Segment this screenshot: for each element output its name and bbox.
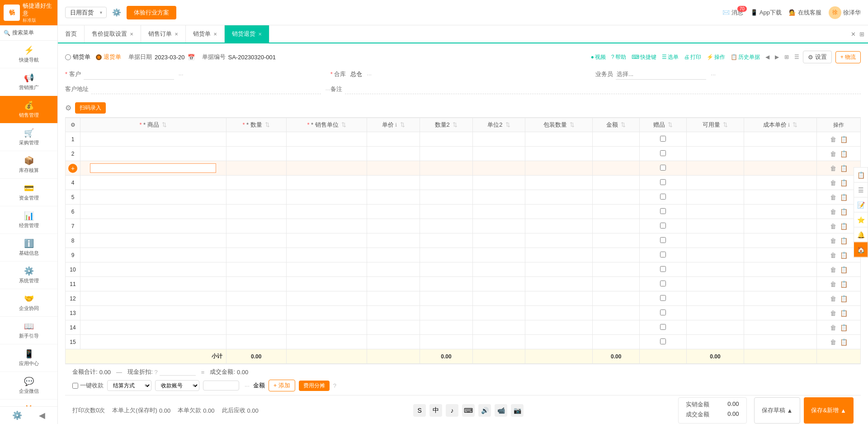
icon-7[interactable]: 📷 bbox=[511, 404, 524, 417]
row-2-gift[interactable] bbox=[640, 147, 687, 161]
discount-input[interactable] bbox=[160, 368, 196, 376]
gift-sort-icon[interactable]: ⇅ bbox=[668, 121, 673, 128]
radio-sales-bill[interactable]: 销货单 bbox=[65, 53, 90, 61]
salesperson-lookup-icon[interactable]: ··· bbox=[711, 71, 716, 78]
available-sort-icon[interactable]: ⇅ bbox=[723, 121, 728, 128]
price-info-icon[interactable]: ℹ bbox=[395, 122, 397, 128]
row-2-copy-btn[interactable]: 📋 bbox=[839, 149, 849, 158]
address-input[interactable] bbox=[91, 84, 321, 94]
row-3-product-input[interactable] bbox=[90, 163, 216, 173]
cost-info-icon[interactable]: ℹ bbox=[788, 122, 790, 128]
customer-input[interactable] bbox=[84, 69, 174, 80]
sidebar-item-basic-info[interactable]: ℹ️ 基础信息 bbox=[0, 234, 57, 262]
select-action[interactable]: ☰ 选单 bbox=[662, 53, 679, 61]
video-action[interactable]: ● 视频 bbox=[591, 53, 606, 61]
row-copy-btn[interactable]: 📋 bbox=[839, 178, 849, 187]
row-copy-btn[interactable]: 📋 bbox=[839, 236, 849, 245]
account-placeholder-input[interactable] bbox=[203, 381, 239, 391]
add-logistics-button[interactable]: + 物流 bbox=[835, 51, 861, 63]
calendar-icon[interactable]: 📅 bbox=[188, 54, 195, 61]
discount-help-icon[interactable]: ? bbox=[155, 369, 158, 376]
settings-button[interactable]: ⚙ 设置 bbox=[803, 51, 832, 63]
shortcut-action[interactable]: ⌨ 快捷键 bbox=[632, 53, 656, 61]
amount-sort-icon[interactable]: ⇅ bbox=[621, 121, 626, 128]
sidebar-item-member[interactable]: V 畅会员 bbox=[0, 400, 57, 406]
float-btn-4[interactable]: ⭐ bbox=[854, 212, 868, 227]
icon-4[interactable]: ⌨ bbox=[462, 404, 475, 417]
row-3-product[interactable] bbox=[80, 161, 226, 176]
split-help-icon[interactable]: ? bbox=[333, 382, 336, 389]
salesperson-input[interactable] bbox=[616, 69, 706, 80]
float-btn-3[interactable]: 📝 bbox=[854, 197, 868, 212]
row-2-pack[interactable] bbox=[525, 147, 593, 161]
help-action[interactable]: ? 帮助 bbox=[611, 53, 626, 61]
row-3-unit[interactable] bbox=[287, 161, 367, 176]
row-1-pack[interactable] bbox=[525, 132, 593, 147]
row-copy-btn[interactable]: 📋 bbox=[839, 280, 849, 289]
collapse-icon[interactable]: ◀ bbox=[39, 410, 45, 420]
row-1-qty2[interactable] bbox=[420, 132, 473, 147]
row-3-cost[interactable] bbox=[744, 161, 817, 176]
float-btn-5[interactable]: 🔔 bbox=[854, 227, 868, 242]
row-3-available[interactable] bbox=[687, 161, 744, 176]
sidebar-item-sales[interactable]: 💰 销售管理 bbox=[0, 96, 57, 124]
gear-topbar-icon[interactable]: ⚙️ bbox=[112, 8, 121, 17]
row-1-amount[interactable] bbox=[593, 132, 640, 147]
radio-return-bill[interactable]: 退货单 bbox=[96, 53, 121, 61]
sidebar-item-collab[interactable]: 🤝 企业协同 bbox=[0, 289, 57, 317]
row-2-quantity[interactable] bbox=[226, 147, 287, 161]
icon-6[interactable]: 📹 bbox=[495, 404, 507, 417]
scan-input-btn[interactable]: 扫码录入 bbox=[75, 102, 106, 114]
split-btn[interactable]: 费用分摊 bbox=[299, 381, 330, 391]
row-copy-btn[interactable]: 📋 bbox=[839, 193, 849, 202]
save-draft-btn[interactable]: 保存草稿 ▲ bbox=[754, 397, 801, 424]
account-no-select[interactable]: 收款账号 bbox=[155, 380, 199, 391]
row-delete-btn[interactable]: 🗑 bbox=[829, 236, 837, 245]
tab-home[interactable]: 首页 bbox=[58, 25, 85, 43]
sidebar-item-wechat[interactable]: 💬 企业微信 bbox=[0, 372, 57, 400]
qty-sort-icon[interactable]: ⇅ bbox=[265, 121, 270, 128]
pack-sort-icon[interactable]: ⇅ bbox=[570, 121, 575, 128]
row-2-qty2[interactable] bbox=[420, 147, 473, 161]
tab-sales-return-close[interactable]: ✕ bbox=[258, 32, 262, 37]
row-1-unit[interactable] bbox=[287, 132, 367, 147]
row-2-unit[interactable] bbox=[287, 147, 367, 161]
sidebar-item-system[interactable]: ⚙️ 系统管理 bbox=[0, 262, 57, 289]
row-3-pack[interactable] bbox=[525, 161, 593, 176]
sidebar-item-guide[interactable]: 📖 新手引导 bbox=[0, 317, 57, 344]
row-copy-btn[interactable]: 📋 bbox=[839, 338, 849, 347]
row-2-cost[interactable] bbox=[744, 147, 817, 161]
float-btn-6[interactable]: 🏠 bbox=[854, 242, 868, 257]
row-delete-btn[interactable]: 🗑 bbox=[829, 280, 837, 289]
customer-lookup-icon[interactable]: ··· bbox=[179, 71, 184, 78]
row-2-amount[interactable] bbox=[593, 147, 640, 161]
row-3-price[interactable] bbox=[367, 161, 420, 176]
account-lookup[interactable]: ··· bbox=[245, 382, 250, 389]
row-2-product[interactable] bbox=[80, 147, 226, 161]
add-row-btn[interactable]: + bbox=[68, 164, 77, 173]
tab-sales-order-close[interactable]: ✕ bbox=[175, 32, 178, 37]
sidebar-item-quick-nav[interactable]: ⚡ 快捷导航 bbox=[0, 41, 57, 68]
row-1-quantity[interactable] bbox=[226, 132, 287, 147]
icon-1[interactable]: S bbox=[413, 404, 426, 417]
tab-sales-return[interactable]: 销货退货 ✕ bbox=[225, 25, 269, 43]
settle-method-select[interactable]: 结算方式 bbox=[107, 380, 151, 391]
sidebar-item-marketing[interactable]: 📢 营销推广 bbox=[0, 68, 57, 96]
row-2-price[interactable] bbox=[367, 147, 420, 161]
list-icon[interactable]: ☰ bbox=[794, 54, 799, 60]
row-copy-btn[interactable]: 📋 bbox=[839, 222, 849, 231]
float-btn-1[interactable]: 📋 bbox=[854, 167, 868, 182]
icon-2[interactable]: 中 bbox=[429, 404, 442, 417]
tab-restore-icon[interactable]: ⊞ bbox=[859, 31, 864, 38]
tab-sales-bill-close[interactable]: ✕ bbox=[213, 32, 217, 37]
cost-sort-icon[interactable]: ⇅ bbox=[793, 121, 797, 128]
row-3-delete-btn[interactable]: 🗑 bbox=[829, 164, 837, 173]
icon-5[interactable]: 🔊 bbox=[478, 404, 491, 417]
user-profile[interactable]: 徐 徐泽华 bbox=[829, 6, 861, 19]
row-1-cost[interactable] bbox=[744, 132, 817, 147]
print-action[interactable]: 🖨 打印 bbox=[684, 53, 701, 61]
grid-icon[interactable]: ⊞ bbox=[784, 54, 789, 60]
row-delete-btn[interactable]: 🗑 bbox=[829, 265, 837, 274]
warehouse-lookup-icon[interactable]: ··· bbox=[367, 71, 372, 78]
one-click-pay-checkbox[interactable]: 一键收款 bbox=[72, 381, 104, 390]
